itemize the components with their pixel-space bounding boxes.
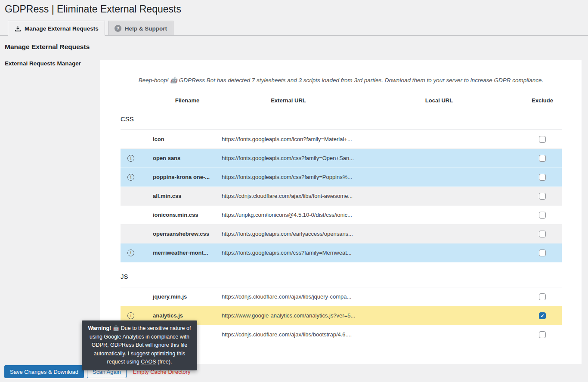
table-row: poppins-krona one-... https://fonts.goog… xyxy=(121,168,562,187)
table-row: opensanshebrew.css https://fonts.googlea… xyxy=(121,225,562,243)
row-external-url: https://fonts.googleapis.com/icon?family… xyxy=(222,136,355,142)
download-icon xyxy=(14,25,21,32)
row-external-url: https://fonts.googleapis.com/css?family=… xyxy=(222,250,355,256)
exclude-checkbox[interactable] xyxy=(539,136,546,143)
row-filename: opensanshebrew.css xyxy=(153,231,222,237)
row-filename: analytics.js xyxy=(153,312,222,319)
tab-label: Manage External Requests xyxy=(25,25,99,32)
column-header-filename: Filename xyxy=(153,97,222,104)
table-row: merriweather-mont... https://fonts.googl… xyxy=(121,243,562,262)
tooltip-warning-label: Warning! xyxy=(88,325,111,331)
exclude-checkbox[interactable] xyxy=(539,155,546,162)
save-changes-button[interactable]: Save Changes & Download xyxy=(4,365,84,378)
external-requests-panel: Beep-boop! 🤖 GDPRess Bot has detected 7 … xyxy=(100,60,582,364)
sidebar-label: External Requests Manager xyxy=(5,60,81,67)
group-heading-js: JS xyxy=(121,270,562,287)
table-row: open sans https://fonts.googleapis.com/c… xyxy=(121,149,562,168)
tooltip-text-after: (free). xyxy=(156,359,172,365)
table-header-row: Filename External URL Local URL Exclude xyxy=(121,96,562,105)
exclude-checkbox[interactable] xyxy=(539,312,546,319)
column-header-exclude: Exclude xyxy=(523,97,562,104)
section-heading: Manage External Requests xyxy=(5,43,90,51)
exclude-checkbox[interactable] xyxy=(539,250,546,256)
tab-manage-external-requests[interactable]: Manage External Requests xyxy=(8,21,105,36)
table-row: jquery.min.js https://cdnjs.cloudflare.c… xyxy=(121,287,562,306)
info-icon[interactable] xyxy=(127,155,134,162)
exclude-checkbox[interactable] xyxy=(539,293,546,300)
tab-bar: Manage External Requests ? Help & Suppor… xyxy=(0,20,588,36)
caos-link[interactable]: CAOS xyxy=(141,359,156,365)
info-icon[interactable] xyxy=(127,174,134,181)
bot-intro-message: Beep-boop! 🤖 GDPRess Bot has detected 7 … xyxy=(111,77,571,83)
row-external-url: https://fonts.googleapis.com/css?family=… xyxy=(222,174,355,180)
row-filename: jquery.min.js xyxy=(153,293,222,300)
exclude-checkbox[interactable] xyxy=(539,231,546,237)
table-row: all.min.css https://cdnjs.cloudflare.com… xyxy=(121,187,562,206)
column-header-external-url: External URL xyxy=(222,97,355,104)
group-heading-css: CSS xyxy=(121,113,562,130)
requests-table: Filename External URL Local URL Exclude … xyxy=(121,96,562,344)
exclude-checkbox[interactable] xyxy=(539,331,546,338)
row-filename: poppins-krona one-... xyxy=(153,174,222,180)
page-title: GDPRess | Eliminate External Requests xyxy=(5,3,181,15)
row-filename: all.min.css xyxy=(153,193,222,199)
info-icon[interactable] xyxy=(127,250,134,256)
row-filename: ionicons.min.css xyxy=(153,212,222,218)
info-icon[interactable] xyxy=(127,312,134,319)
exclude-checkbox[interactable] xyxy=(539,193,546,200)
row-external-url: https://unpkg.com/ionicons@4.5.10-0/dist… xyxy=(222,212,355,218)
tab-label: Help & Support xyxy=(125,25,167,32)
row-external-url: https://cdnjs.cloudflare.com/ajax/libs/f… xyxy=(222,193,355,199)
question-icon: ? xyxy=(115,25,121,32)
row-filename: merriweather-mont... xyxy=(153,250,222,256)
table-row: ionicons.min.css https://unpkg.com/ionic… xyxy=(121,206,562,225)
row-external-url: https://fonts.googleapis.com/earlyaccess… xyxy=(222,231,355,237)
warning-tooltip: Warning! 🤖 Due to the sensitive nature o… xyxy=(82,320,197,370)
row-external-url: https://cdnjs.cloudflare.com/ajax/libs/j… xyxy=(222,293,355,300)
tab-help-support[interactable]: ? Help & Support xyxy=(108,21,173,36)
exclude-checkbox[interactable] xyxy=(539,212,546,219)
row-external-url: https://fonts.googleapis.com/css?family=… xyxy=(222,155,355,161)
row-filename: open sans xyxy=(153,155,222,161)
column-header-local-url: Local URL xyxy=(355,97,523,104)
row-filename: icon xyxy=(153,136,222,142)
exclude-checkbox[interactable] xyxy=(539,174,546,181)
row-external-url: https://cdnjs.cloudflare.com/ajax/libs/b… xyxy=(222,331,355,338)
table-row: icon https://fonts.googleapis.com/icon?f… xyxy=(121,130,562,149)
row-external-url: https://www.google-analytics.com/analyti… xyxy=(222,312,355,319)
